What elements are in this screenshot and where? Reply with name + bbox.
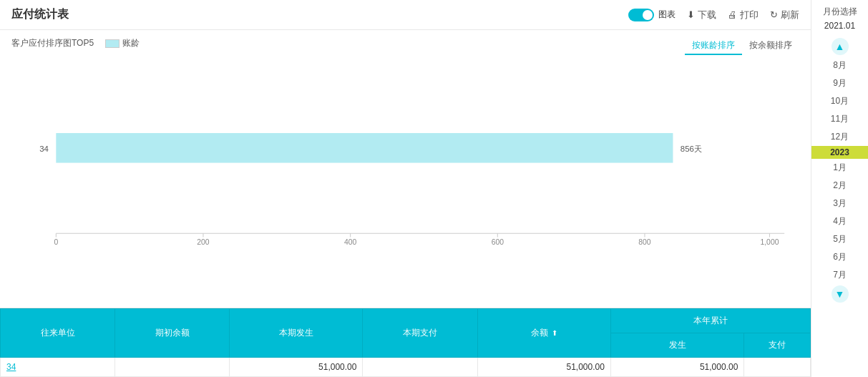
- data-table: 往来单位 期初余额 本期发生 本期支付 余额 ⬆ 本年累计 发生 支付: [0, 308, 811, 377]
- page-header: 应付统计表 图表 ⬇ 下载 🖨 打印 ↻ 刷新: [0, 0, 811, 30]
- year-marker-2023: 2023: [811, 146, 868, 159]
- chart-container: 34 856天 0 200 400 600 800 1,000: [11, 55, 799, 248]
- cell-balance: 51,000.00: [477, 358, 610, 377]
- svg-text:1,000: 1,000: [760, 238, 779, 246]
- nav-down-arrow[interactable]: ▼: [832, 285, 849, 303]
- refresh-button[interactable]: ↻ 刷新: [770, 9, 799, 21]
- chart-svg: 34 856天 0 200 400 600 800 1,000: [11, 55, 799, 248]
- chart-area: 客户应付排序图TOP5 账龄 按账龄排序 按余额排序 34 856天: [0, 30, 811, 308]
- col-ytd: 本年累计: [610, 309, 810, 333]
- month-item-4[interactable]: 4月: [811, 212, 868, 230]
- col-ytd-occ: 发生: [610, 333, 743, 358]
- download-label: 下载: [698, 9, 716, 21]
- month-item-9[interactable]: 9月: [811, 74, 868, 92]
- cell-current-occ: 51,000.00: [230, 358, 363, 377]
- download-button[interactable]: ⬇ 下载: [687, 9, 716, 21]
- col-current-pay: 本期支付: [363, 309, 477, 358]
- print-label: 打印: [740, 9, 759, 21]
- sort-tabs: 按账龄排序 按余额排序: [685, 37, 799, 55]
- svg-text:800: 800: [638, 238, 651, 246]
- svg-text:0: 0: [54, 238, 58, 246]
- svg-text:34: 34: [39, 145, 49, 153]
- cell-ytd-pay: [744, 358, 811, 377]
- month-item-5[interactable]: 5月: [811, 230, 868, 248]
- legend-item-2: 账龄: [105, 37, 140, 49]
- legend-label-1: 客户应付排序图TOP5: [11, 37, 94, 49]
- col-ytd-pay: 支付: [744, 333, 811, 358]
- chart-toggle-wrap: 图表: [628, 9, 676, 21]
- month-item-6[interactable]: 6月: [811, 248, 868, 266]
- month-item-11[interactable]: 11月: [811, 110, 868, 128]
- svg-text:400: 400: [344, 238, 357, 246]
- download-icon: ⬇: [687, 9, 695, 20]
- month-item-12[interactable]: 12月: [811, 128, 868, 146]
- col-opening: 期初余额: [115, 309, 230, 358]
- svg-text:200: 200: [197, 238, 210, 246]
- month-item-2[interactable]: 2月: [811, 177, 868, 195]
- legend-color-2: [105, 39, 120, 48]
- table-header-row: 往来单位 期初余额 本期发生 本期支付 余额 ⬆ 本年累计: [1, 309, 811, 333]
- chart-legend: 客户应付排序图TOP5 账龄: [11, 37, 799, 49]
- sidebar: 月份选择 2021.01 ▲ 8月 9月 10月 11月 12月 2023 1月…: [811, 0, 868, 377]
- print-button[interactable]: 🖨 打印: [728, 9, 759, 21]
- cell-ytd-occ: 51,000.00: [610, 358, 743, 377]
- legend-label-2: 账龄: [122, 37, 140, 49]
- month-item-1[interactable]: 1月: [811, 159, 868, 177]
- sort-by-amount-tab[interactable]: 按余额排序: [742, 37, 799, 55]
- cell-current-pay: [363, 358, 477, 377]
- sidebar-current-value: 2021.01: [824, 21, 855, 31]
- month-item-8[interactable]: 8月: [811, 57, 868, 74]
- col-current-occ: 本期发生: [230, 309, 363, 358]
- month-item-3[interactable]: 3月: [811, 195, 868, 212]
- sidebar-title: 月份选择: [823, 6, 857, 18]
- table-wrap: 往来单位 期初余额 本期发生 本期支付 余额 ⬆ 本年累计 发生 支付: [0, 308, 811, 377]
- legend-item-1: 客户应付排序图TOP5: [11, 37, 94, 49]
- sidebar-nav: ▲ 8月 9月 10月 11月 12月 2023 1月 2月 3月 4月 5月 …: [811, 36, 868, 304]
- chart-toggle[interactable]: [628, 9, 654, 21]
- month-item-7[interactable]: 7月: [811, 266, 868, 284]
- nav-up-arrow[interactable]: ▲: [832, 38, 849, 55]
- header-actions: 图表 ⬇ 下载 🖨 打印 ↻ 刷新: [628, 9, 799, 21]
- svg-text:856天: 856天: [681, 145, 702, 153]
- refresh-label: 刷新: [781, 9, 799, 21]
- print-icon: 🖨: [728, 9, 737, 20]
- chart-label: 图表: [658, 9, 676, 21]
- sort-by-balance-tab[interactable]: 按账龄排序: [685, 37, 742, 55]
- cell-opening: [115, 358, 230, 377]
- col-unit: 往来单位: [1, 309, 115, 358]
- svg-rect-1: [56, 133, 673, 163]
- svg-text:600: 600: [492, 238, 504, 246]
- col-balance: 余额 ⬆: [477, 309, 610, 358]
- month-item-10[interactable]: 10月: [811, 92, 868, 110]
- page-title: 应付统计表: [11, 7, 69, 22]
- cell-unit[interactable]: 34: [1, 358, 115, 377]
- refresh-icon: ↻: [770, 9, 778, 20]
- table-row: 34 51,000.00 51,000.00 51,000.00: [1, 358, 811, 377]
